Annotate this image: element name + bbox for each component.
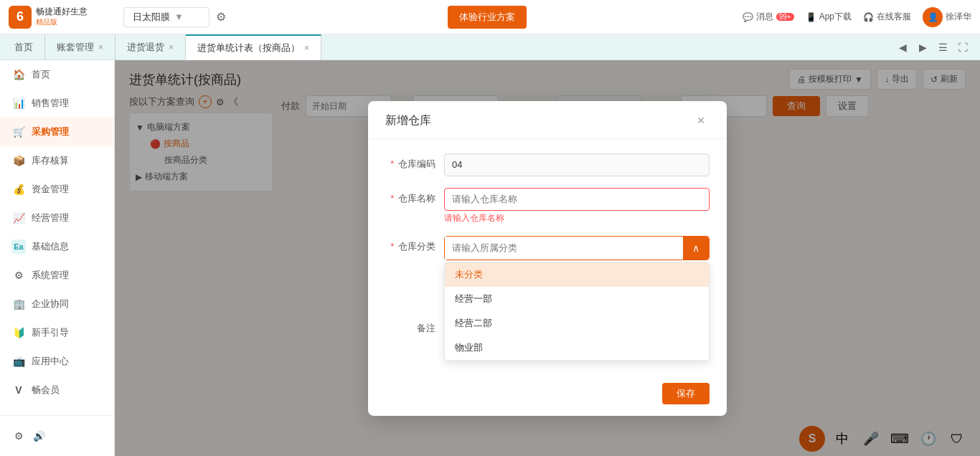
warehouse-name-label: 仓库名称 [385,188,435,205]
tab-purchase-stat-label: 进货单统计表（按商品） [197,42,300,54]
warehouse-type-row: 仓库分类 ∧ 未分类 经营一部 经营二部 [385,236,710,260]
content-area: 进货单统计(按商品) 🖨 按模板打印 ▼ ↓ 导出 ↺ 刷新 [115,60,980,456]
app-badge: 精品版 [36,17,88,27]
notification-badge: 99+ [776,13,794,21]
notification-item[interactable]: 💬 消息 99+ [743,11,794,23]
sidebar-label-sales: 销售管理 [32,97,69,110]
warehouse-type-control: ∧ 未分类 经营一部 经营二部 物业部 [444,236,710,260]
sidebar-item-system[interactable]: ⚙ 系统管理 [0,261,114,290]
tab-purchase-stat-close-icon[interactable]: × [304,43,309,53]
top-header: 6 畅捷通好生意 精品版 日太阳膜 ▼ ⚙ 体验行业方案 💬 消息 99+ 📱 … [0,0,980,34]
warehouse-name-error: 请输入仓库名称 [444,212,710,224]
customer-service-icon: 🎧 [863,12,874,22]
sidebar-item-sales[interactable]: 📊 销售管理 [0,89,114,118]
settings-button[interactable]: ⚙ [209,6,232,29]
customer-service-item[interactable]: 🎧 在线客服 [863,11,911,23]
tab-expand-button[interactable]: ⛶ [954,39,971,56]
save-button[interactable]: 保存 [662,383,710,404]
operation-icon: 📈 [11,211,26,225]
tab-account-close-icon[interactable]: × [98,42,103,52]
tab-next-button[interactable]: ▶ [914,39,931,56]
tab-account[interactable]: 账套管理 × [45,34,116,60]
store-name: 日太阳膜 [133,11,170,24]
sidebar-label-vip: 畅会员 [32,384,60,396]
sidebar-item-operation[interactable]: 📈 经营管理 [0,204,114,232]
notes-label: 备注 [385,318,435,335]
warehouse-type-input[interactable] [445,237,683,260]
header-middle: 体验行业方案 [232,6,743,29]
sidebar-label-finance: 资金管理 [32,183,69,196]
sidebar-label-inventory: 库存核算 [32,154,69,167]
enterprise-icon: 🏢 [11,297,26,311]
app-download-label: App下载 [819,11,852,23]
dropdown-item-dept1[interactable]: 经营一部 [445,287,709,311]
trial-button[interactable]: 体验行业方案 [448,6,527,29]
sidebar-label-guide: 新手引导 [32,326,69,339]
modal-body: 仓库编码 仓库名称 请输入仓库名称 [368,139,727,360]
app-download-item[interactable]: 📱 App下载 [806,11,852,23]
user-menu[interactable]: 👤 徐泽华 [923,7,971,27]
app-download-icon: 📱 [806,12,816,22]
sidebar-item-app-center[interactable]: 📺 应用中心 [0,347,114,376]
modal-overlay[interactable]: 新增仓库 × 仓库编码 [115,60,980,456]
logo-area: 6 畅捷通好生意 精品版 [9,6,123,29]
warehouse-code-control [444,153,710,176]
sidebar-item-finance[interactable]: 💰 资金管理 [0,175,114,204]
close-icon: × [697,113,705,128]
notification-label: 消息 [756,11,773,23]
sidebar-item-inventory[interactable]: 📦 库存核算 [0,146,114,175]
tab-home-label: 首页 [14,41,33,54]
customer-service-label: 在线客服 [877,11,911,23]
tab-purchase-stat[interactable]: 进货单统计表（按商品） × [186,34,321,60]
sidebar-item-vip[interactable]: V 畅会员 [0,376,114,404]
modal-title: 新增仓库 [385,113,431,128]
sidebar-label-home: 首页 [32,68,50,81]
sidebar-settings-button[interactable]: ⚙ 🔊 [0,422,114,450]
warehouse-code-input[interactable] [444,153,710,176]
sidebar-item-purchase[interactable]: 🛒 采购管理 [0,118,114,146]
tab-controls: ◀ ▶ ☰ ⛶ [894,39,977,56]
modal-close-button[interactable]: × [692,113,710,130]
warehouse-code-label: 仓库编码 [385,153,435,171]
sidebar-bottom: ⚙ 🔊 [0,415,114,456]
sidebar: 🏠 首页 📊 销售管理 🛒 采购管理 📦 库存核算 💰 资金管理 📈 经营管理 … [0,60,115,456]
warehouse-type-arrow-icon[interactable]: ∧ [683,237,709,260]
store-selector[interactable]: 日太阳膜 ▼ [123,7,209,27]
app-center-icon: 📺 [11,354,26,369]
system-icon: ⚙ [11,268,26,282]
sidebar-label-operation: 经营管理 [32,212,69,224]
dropdown-item-dept3[interactable]: 物业部 [445,336,709,360]
warehouse-name-row: 仓库名称 请输入仓库名称 [385,188,710,224]
sales-icon: 📊 [11,96,26,110]
sidebar-gear-icon: ⚙ [11,429,26,443]
tab-purchase-return-close-icon[interactable]: × [169,42,174,52]
home-icon: 🏠 [11,67,26,82]
inventory-icon: 📦 [11,153,26,168]
dropdown-item-dept2[interactable]: 经营二部 [445,311,709,336]
tab-purchase-return[interactable]: 进货退货 × [116,34,186,60]
sidebar-volume-icon: 🔊 [32,429,46,443]
sidebar-item-guide[interactable]: 🔰 新手引导 [0,318,114,347]
warehouse-type-dropdown: 未分类 经营一部 经营二部 物业部 [444,262,710,361]
warehouse-name-control: 请输入仓库名称 [444,188,710,224]
tab-menu-button[interactable]: ☰ [934,39,951,56]
warehouse-type-dropdown-trigger[interactable]: ∧ [444,236,710,260]
warehouse-name-input[interactable] [444,188,710,211]
add-warehouse-modal: 新增仓库 × 仓库编码 [368,101,727,416]
tab-prev-button[interactable]: ◀ [894,39,911,56]
store-arrow-icon: ▼ [174,11,184,22]
purchase-icon: 🛒 [11,125,26,139]
notification-icon: 💬 [743,12,753,22]
app-logo-icon: 6 [9,6,32,29]
dropdown-item-uncategorized[interactable]: 未分类 [445,262,709,287]
sidebar-item-basic-info[interactable]: Ea 基础信息 [0,232,114,261]
header-right: 💬 消息 99+ 📱 App下载 🎧 在线客服 👤 徐泽华 [743,7,971,27]
sidebar-item-enterprise[interactable]: 🏢 企业协同 [0,290,114,318]
guide-icon: 🔰 [11,326,26,340]
sidebar-item-home[interactable]: 🏠 首页 [0,60,114,89]
modal-header: 新增仓库 × [368,101,727,139]
tab-home[interactable]: 首页 [3,34,45,60]
basic-info-icon: Ea [11,239,26,254]
tab-bar: 首页 账套管理 × 进货退货 × 进货单统计表（按商品） × ◀ ▶ ☰ ⛶ [0,34,980,60]
sidebar-label-basic-info: 基础信息 [32,240,69,253]
